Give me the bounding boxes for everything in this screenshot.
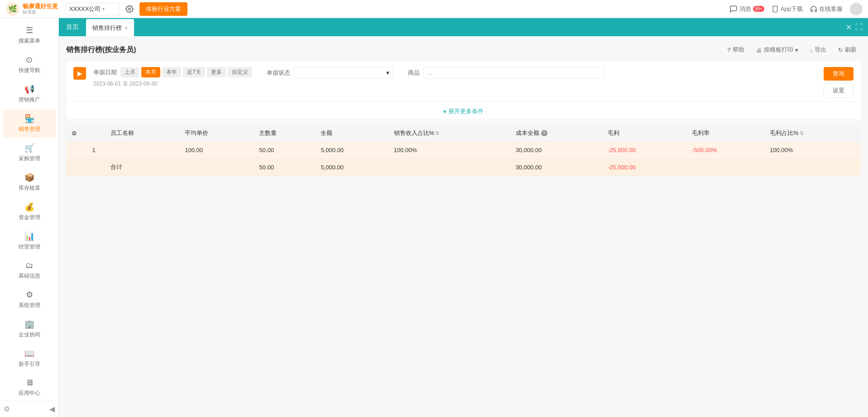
fullscreen-icon[interactable]: ⛶ [855,23,863,31]
date-btn-this-month[interactable]: 本月 [141,67,160,77]
date-btn-last-month[interactable]: 上月 [120,67,139,77]
sidebar-item-finance[interactable]: 💰 资金管理 [3,197,56,226]
trial-button[interactable]: 体验行业方案 [139,2,187,16]
sidebar-item-label-purchase: 采购管理 [19,155,40,163]
template-print-arrow: ▾ [795,47,798,53]
row-rank: 1 [82,142,105,158]
column-settings-icon[interactable]: ⚙ [72,130,77,137]
footer-gross-pct [764,158,861,176]
settings-icon-button[interactable] [123,3,136,15]
page-header: 销售排行榜(按业务员) ? 帮助 🖨 按模板打印 ▾ ↓ [66,43,861,56]
top-bar-right: 消息 99+ App下载 在线客服 [729,3,863,15]
sidebar-item-search-order[interactable]: ☰ 搜索菜单 [3,21,56,49]
sidebar-item-operations[interactable]: 📊 经营管理 [3,227,56,255]
sidebar-item-label-system: 系统管理 [19,302,40,309]
th-main-qty: 主数量 [254,125,315,142]
expand-more-button[interactable]: ▾ 展开更多条件 [443,107,484,115]
th-settings: ⚙ [66,125,82,142]
message-button[interactable]: 消息 99+ [729,5,764,13]
tab-home[interactable]: 首页 [59,18,86,36]
app-download-button[interactable]: App下载 [772,5,803,13]
tab-sales-ranking[interactable]: 销售排行榜 × [86,19,134,37]
query-button[interactable]: 查询 [824,67,854,81]
sidebar-items: ☰ 搜索菜单 ⊙ 快捷导航 📢 营销推广 🏪 销售管理 🛒 采购管理 [0,18,58,401]
sidebar-item-inventory[interactable]: 📦 库存核算 [3,168,56,197]
date-btn-7days[interactable]: 近7天 [183,67,205,77]
status-filter-select[interactable]: ▾ [294,67,393,78]
th-gross-pct: 毛利占比% ⇅ [764,125,861,142]
sales-pct-sort-icon[interactable]: ⇅ [435,130,439,136]
sidebar-item-label-app: 应用中心 [19,389,40,397]
sidebar-item-sales[interactable]: 🏪 销售管理 [3,109,56,138]
sidebar-item-quick-nav[interactable]: ⊙ 快捷导航 [3,50,56,79]
sidebar-settings-icon[interactable]: ⚙ [4,405,10,413]
th-sales-pct: 销售收入占比% ⇅ [388,125,510,142]
sidebar-item-purchase[interactable]: 🛒 采购管理 [3,139,56,167]
export-label: 导出 [815,46,826,54]
date-btn-custom[interactable]: 自定义 [228,67,252,77]
cost-amount-info-icon[interactable]: ? [541,130,547,136]
system-icon: ⚙ [26,290,33,300]
svg-text:🌿: 🌿 [8,5,17,13]
sidebar-item-guide[interactable]: 📖 新手引导 [3,344,56,373]
row-avg-price: 100.00 [179,142,254,158]
online-service-button[interactable]: 在线客服 [810,5,843,13]
goods-filter-label: 商品 [408,69,420,77]
goods-placeholder: ... [427,69,600,76]
gross-pct-sort-icon[interactable]: ⇅ [800,130,804,136]
headset-icon [810,5,817,13]
operations-icon: 📊 [24,231,34,241]
th-rank [82,125,105,142]
date-btn-this-year[interactable]: 本年 [162,67,181,77]
status-filter-label: 单据状态 [267,69,290,77]
row-settings [66,142,82,158]
help-button[interactable]: ? 帮助 [723,43,748,56]
row-gross-pct: 100.00% [764,142,861,158]
sidebar-item-basic-info[interactable]: 🗂 基础信息 [3,256,56,284]
row-amount: 5,000.00 [315,142,388,158]
sidebar-item-enterprise[interactable]: 🏢 企业协同 [3,315,56,343]
sidebar-item-marketing[interactable]: 📢 营销推广 [3,80,56,108]
basic-info-icon: 🗂 [25,261,34,270]
export-button[interactable]: ↓ 导出 [806,43,831,56]
tab-label: 销售排行榜 [92,24,122,32]
logo-area: 🌿 畅康通好生意 标准版 [5,2,58,16]
date-btn-more[interactable]: 更多 [207,67,226,77]
app-center-icon: 🖥 [25,378,34,388]
footer-amount: 5,000.00 [315,158,388,176]
goods-filter-input[interactable]: ... [423,67,604,78]
row-cost-amount: 30,000.00 [510,142,602,158]
tab-close-icon[interactable]: × [125,25,128,31]
th-avg-price: 平均单价 [179,125,254,142]
print-icon: 🖨 [756,47,762,53]
date-range-display: 2023-06-01 至 2023-06-30 [93,80,252,88]
date-filters: 上月 本月 本年 近7天 更多 自定义 [120,67,252,77]
sidebar-item-app-center[interactable]: 🖥 应用中心 [3,374,56,401]
filter-toggle-arrow[interactable]: ▶ [73,67,86,80]
sidebar-item-label-operations: 经营管理 [19,243,40,251]
export-icon: ↓ [810,47,813,53]
sidebar-collapse-icon[interactable]: ◀ [49,405,55,413]
row-gross-profit: -25,000.00 [602,142,686,158]
row-name [105,142,179,158]
svg-rect-3 [773,6,777,12]
footer-sales-pct [388,158,510,176]
row-sales-pct: 100.00% [388,142,510,158]
template-print-button[interactable]: 🖨 按模板打印 ▾ [752,43,802,56]
sidebar-item-label-inventory: 库存核算 [19,184,40,192]
help-icon: ? [727,47,730,53]
user-avatar[interactable] [850,3,863,15]
page-title: 销售排行榜(按业务员) [66,45,136,55]
date-filter-label: 单据日期 [93,68,117,77]
filter-main-row: ▶ 单据日期 上月 本月 本年 近7天 更多 [66,62,861,101]
refresh-label: 刷新 [845,46,857,54]
refresh-button[interactable]: ↻ 刷新 [834,43,861,56]
app-download-label: App下载 [781,5,803,13]
quick-nav-icon: ⊙ [26,55,33,65]
close-window-icon[interactable]: ✕ [846,23,852,32]
filter-settings-button[interactable]: 设置 [824,83,854,98]
sidebar-item-label-search: 搜索菜单 [19,37,40,45]
app-version: 标准版 [23,10,58,15]
sidebar-item-system[interactable]: ⚙ 系统管理 [3,285,56,314]
company-selector[interactable]: XXXXX公司 ▾ [65,3,120,15]
